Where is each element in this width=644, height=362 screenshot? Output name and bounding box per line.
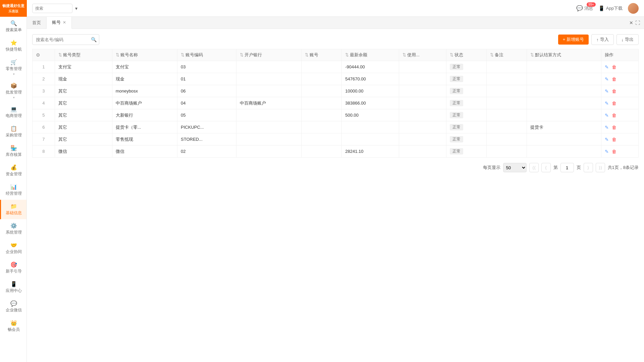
row-1-usage — [399, 73, 446, 85]
delete-button-6[interactable]: 🗑 — [612, 137, 616, 142]
table-row: 1支付宝支付宝03-90444.00正常 ✎ 🗑 — [33, 61, 639, 73]
sidebar-item-retail[interactable]: 🛒 零售管理 ▾ — [0, 56, 26, 79]
sidebar-item-finance[interactable]: 💰 资金管理 — [0, 161, 26, 180]
delete-button-3[interactable]: 🗑 — [612, 101, 616, 106]
edit-button-5[interactable]: ✎ — [605, 125, 609, 130]
sidebar-item-ecommerce[interactable]: 💻 电商管理 — [0, 103, 26, 122]
tab-fullscreen-icon[interactable]: ⛶ — [635, 20, 640, 25]
page-next-button[interactable]: ⟩ — [584, 163, 593, 172]
delete-button-4[interactable]: 🗑 — [612, 113, 616, 118]
row-3-default_payment — [527, 97, 601, 109]
row-1-status: 正常 — [446, 73, 487, 85]
edit-button-6[interactable]: ✎ — [605, 137, 609, 142]
status-badge: 正常 — [450, 76, 463, 82]
col-sort-icon-usage: ⇅ — [402, 52, 406, 57]
row-2-usage — [399, 85, 446, 97]
row-7-code: 02 — [177, 145, 236, 158]
col-header-account[interactable]: ⇅账号 — [302, 49, 342, 61]
sidebar-item-corp_wechat[interactable]: 💬 企业微信 — [0, 297, 26, 316]
row-7-default_payment — [527, 145, 601, 158]
export-button[interactable]: ↓ 导出 — [616, 34, 639, 45]
page-first-button[interactable]: ⟨⟨ — [529, 163, 539, 172]
gear-icon[interactable]: ⚙ — [36, 52, 40, 58]
total-info: 共1页，8条记录 — [608, 165, 639, 171]
sidebar-label-finance: 资金管理 — [6, 171, 22, 177]
message-button[interactable]: 💬 消息 99+ — [576, 5, 593, 11]
tabbar: 首页账号✕ ✕ ⛶ — [27, 17, 644, 29]
col-header-remark[interactable]: ⇅备注 — [487, 49, 527, 61]
edit-button-2[interactable]: ✎ — [605, 88, 609, 94]
col-header-code[interactable]: ⇅账号编码 — [177, 49, 236, 61]
edit-button-4[interactable]: ✎ — [605, 113, 609, 118]
row-0-account — [302, 61, 342, 73]
col-header-bank[interactable]: ⇅开户银行 — [236, 49, 302, 61]
col-header-usage[interactable]: ⇅使用... — [399, 49, 446, 61]
delete-button-1[interactable]: 🗑 — [612, 76, 616, 82]
sidebar-item-system[interactable]: ⚙️ 系统管理 — [0, 219, 26, 239]
sidebar-item-guide[interactable]: 🎯 新手引导 — [0, 258, 26, 278]
row-3-name: 中百商场账户 — [112, 97, 177, 109]
add-account-button[interactable]: + 新增账号 — [558, 35, 589, 45]
sidebar-item-wholesale[interactable]: 📦 批发管理 ▾ — [0, 79, 26, 103]
status-badge: 正常 — [450, 136, 463, 142]
app-download-button[interactable]: 📱 App下载 — [598, 5, 623, 11]
tab-close-all-icon[interactable]: ✕ — [629, 20, 633, 25]
topbar-search-input[interactable] — [32, 4, 72, 13]
sidebar-item-app_center[interactable]: 📱 应用中心 — [0, 278, 26, 297]
row-4-name: 大新银行 — [112, 109, 177, 121]
search-icon[interactable]: 🔍 — [91, 37, 97, 42]
delete-button-0[interactable]: 🗑 — [612, 64, 616, 70]
page-last-button[interactable]: ⟩⟩ — [596, 163, 605, 172]
page-prev-button[interactable]: ⟨ — [541, 163, 551, 172]
delete-button-2[interactable]: 🗑 — [612, 88, 616, 94]
sidebar-item-inventory[interactable]: 🏪 库存核算 — [0, 141, 26, 161]
edit-button-3[interactable]: ✎ — [605, 101, 609, 106]
page-size-select[interactable]: 102050100 — [503, 163, 527, 172]
page-size-label: 每页显示 — [483, 165, 500, 171]
delete-button-5[interactable]: 🗑 — [612, 125, 616, 130]
edit-button-7[interactable]: ✎ — [605, 149, 609, 154]
row-6-status: 正常 — [446, 133, 487, 145]
row-7-remark — [487, 145, 527, 158]
col-header-status[interactable]: ⇅状态 — [446, 49, 487, 61]
row-0-bank — [236, 61, 302, 73]
sidebar-label-retail: 零售管理 — [6, 66, 22, 72]
page-number-input[interactable] — [560, 163, 574, 172]
edit-button-1[interactable]: ✎ — [605, 76, 609, 82]
row-0-name: 支付宝 — [112, 61, 177, 73]
col-header-default_payment[interactable]: ⇅默认结算方式 — [527, 49, 601, 61]
tab-close-account[interactable]: ✕ — [63, 20, 66, 25]
row-5-code: PICKUPC... — [177, 121, 236, 133]
row-index-7: 8 — [33, 145, 55, 158]
sidebar-item-search[interactable]: 🔍 搜索菜单 — [0, 17, 26, 36]
col-header-type[interactable]: ⇅账号类型 — [55, 49, 112, 61]
row-7-bank — [236, 145, 302, 158]
sidebar-item-basic[interactable]: 📁 基础信息 — [0, 200, 26, 219]
row-6-default_payment — [527, 133, 601, 145]
page-label: 第 — [553, 165, 558, 171]
sidebar-icon-purchase: 📋 — [10, 125, 17, 132]
tab-expand-controls[interactable]: ✕ ⛶ — [625, 20, 644, 25]
delete-button-7[interactable]: 🗑 — [612, 149, 616, 154]
sidebar-item-shortcut[interactable]: ⭐ 快捷导航 — [0, 36, 26, 56]
tab-account[interactable]: 账号✕ — [47, 17, 72, 29]
row-6-name: 零售抵现 — [112, 133, 177, 145]
tab-home[interactable]: 首页 — [27, 17, 47, 29]
sidebar-item-corp_agreement[interactable]: 🤝 企业协同 — [0, 239, 26, 258]
edit-button-0[interactable]: ✎ — [605, 64, 609, 70]
row-4-code: 05 — [177, 109, 236, 121]
col-header-name[interactable]: ⇅账号名称 — [112, 49, 177, 61]
sidebar-item-operations[interactable]: 📊 经营管理 — [0, 180, 26, 200]
sidebar-item-member[interactable]: 👑 畅会员 — [0, 316, 26, 336]
sidebar-item-purchase[interactable]: 📋 采购管理 — [0, 122, 26, 141]
user-avatar[interactable] — [628, 3, 639, 14]
table-settings-header[interactable]: ⚙ — [33, 49, 55, 61]
col-header-balance[interactable]: ⇅最新余额 — [342, 49, 399, 61]
account-search-input[interactable] — [32, 34, 99, 45]
toolbar: 🔍 + 新增账号 ↑ 导入 ↓ 导出 — [32, 34, 639, 45]
col-sort-icon-status: ⇅ — [450, 52, 453, 57]
row-6-balance — [342, 133, 399, 145]
import-button[interactable]: ↑ 导入 — [591, 34, 614, 45]
chevron-icon: ▾ — [13, 72, 15, 76]
topbar-dropdown-icon[interactable]: ▾ — [75, 6, 77, 11]
